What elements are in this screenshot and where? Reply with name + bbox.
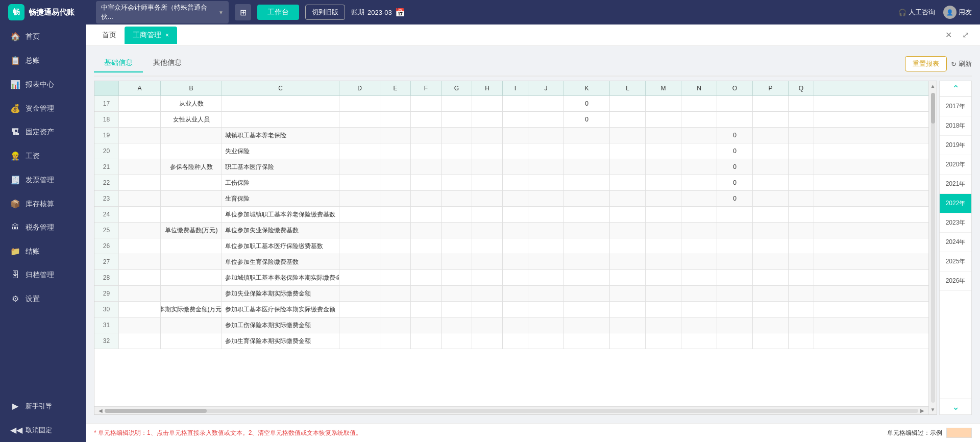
cell-30-n[interactable]: [681, 302, 717, 317]
cell-30-c[interactable]: 参加职工基本医疗保险本期实际缴费金额: [222, 302, 339, 317]
cell-17-c[interactable]: [222, 96, 339, 111]
cell-26-l[interactable]: [610, 238, 646, 254]
cell-19-f[interactable]: [411, 128, 442, 143]
tab-basic-info[interactable]: 基础信息: [94, 54, 143, 72]
cell-21-c[interactable]: 职工基本医疗保险: [222, 159, 339, 175]
cell-28-g[interactable]: [442, 270, 472, 285]
cell-30-e[interactable]: [380, 302, 411, 317]
cell-31-q[interactable]: [789, 317, 814, 333]
cell-23-n[interactable]: [681, 191, 717, 206]
year-down-arrow[interactable]: ⌄: [952, 401, 960, 412]
cell-17-i[interactable]: [503, 96, 528, 111]
cell-26-f[interactable]: [411, 238, 442, 254]
cell-31-l[interactable]: [610, 317, 646, 333]
cell-26-p[interactable]: [753, 238, 789, 254]
cell-19-e[interactable]: [380, 128, 411, 143]
cell-25-i[interactable]: [503, 223, 528, 238]
cell-25-n[interactable]: [681, 223, 717, 238]
cell-20-n[interactable]: [681, 143, 717, 159]
cell-32-i[interactable]: [503, 333, 528, 349]
cell-19-o[interactable]: 0: [717, 128, 753, 143]
cell-22-d[interactable]: [339, 175, 380, 190]
cell-17-p[interactable]: [753, 96, 789, 111]
cell-27-e[interactable]: [380, 254, 411, 269]
cell-19-h[interactable]: [472, 128, 503, 143]
cell-20-h[interactable]: [472, 143, 503, 159]
cell-18-i[interactable]: [503, 112, 528, 127]
cell-28-n[interactable]: [681, 270, 717, 285]
cell-17-l[interactable]: [610, 96, 646, 111]
cell-27-l[interactable]: [610, 254, 646, 269]
cell-24-n[interactable]: [681, 207, 717, 222]
cell-18-e[interactable]: [380, 112, 411, 127]
sidebar-item-inventory[interactable]: 📦 库存核算: [0, 192, 86, 216]
cell-24-m[interactable]: [646, 207, 681, 222]
year-item-2023[interactable]: 2023年: [940, 213, 971, 233]
cell-22-p[interactable]: [753, 175, 789, 190]
cell-25-e[interactable]: [380, 223, 411, 238]
cell-27-k[interactable]: [564, 254, 610, 269]
cell-20-l[interactable]: [610, 143, 646, 159]
year-item-2026[interactable]: 2026年: [940, 272, 971, 291]
scroll-left-arrow[interactable]: ◀: [96, 408, 105, 413]
cell-17-n[interactable]: [681, 96, 717, 111]
cell-22-j[interactable]: [528, 175, 564, 190]
cell-25-h[interactable]: [472, 223, 503, 238]
cell-27-h[interactable]: [472, 254, 503, 269]
year-item-2022[interactable]: 2022年: [940, 194, 971, 213]
cell-30-d[interactable]: [339, 302, 380, 317]
cell-24-p[interactable]: [753, 207, 789, 222]
cell-29-a[interactable]: [119, 286, 161, 301]
year-up-arrow[interactable]: ⌃: [952, 83, 960, 94]
cell-27-n[interactable]: [681, 254, 717, 269]
cell-28-e[interactable]: [380, 270, 411, 285]
cell-22-e[interactable]: [380, 175, 411, 190]
cell-20-m[interactable]: [646, 143, 681, 159]
sidebar-item-finance[interactable]: 💰 资金管理: [0, 96, 86, 120]
cell-20-a[interactable]: [119, 143, 161, 159]
cell-18-n[interactable]: [681, 112, 717, 127]
cell-19-p[interactable]: [753, 128, 789, 143]
cell-23-o[interactable]: 0: [717, 191, 753, 206]
cell-17-o[interactable]: [717, 96, 753, 111]
cell-25-o[interactable]: [717, 223, 753, 238]
cell-24-f[interactable]: [411, 207, 442, 222]
cell-27-i[interactable]: [503, 254, 528, 269]
cell-32-m[interactable]: [646, 333, 681, 349]
cell-17-a[interactable]: [119, 96, 161, 111]
cell-25-a[interactable]: [119, 223, 161, 238]
cell-22-q[interactable]: [789, 175, 814, 190]
cell-23-f[interactable]: [411, 191, 442, 206]
cell-17-j[interactable]: [528, 96, 564, 111]
cell-27-p[interactable]: [753, 254, 789, 269]
service-button[interactable]: 🎧 人工咨询: [898, 8, 935, 17]
close-all-button[interactable]: ✕: [942, 29, 955, 41]
cell-24-j[interactable]: [528, 207, 564, 222]
cell-21-h[interactable]: [472, 159, 503, 175]
cell-23-a[interactable]: [119, 191, 161, 206]
cell-24-h[interactable]: [472, 207, 503, 222]
cell-26-g[interactable]: [442, 238, 472, 254]
cell-31-m[interactable]: [646, 317, 681, 333]
cell-22-h[interactable]: [472, 175, 503, 190]
sidebar-item-unpin[interactable]: ◀◀ 取消固定: [0, 418, 86, 442]
cell-32-o[interactable]: [717, 333, 753, 349]
cell-21-k[interactable]: [564, 159, 610, 175]
cell-30-h[interactable]: [472, 302, 503, 317]
cell-30-f[interactable]: [411, 302, 442, 317]
cell-21-j[interactable]: [528, 159, 564, 175]
cell-23-e[interactable]: [380, 191, 411, 206]
cell-27-o[interactable]: [717, 254, 753, 269]
cell-18-b[interactable]: 女性从业人员: [161, 112, 222, 127]
vertical-scrollbar[interactable]: ▲ ▼: [928, 81, 937, 414]
old-version-button[interactable]: 切到旧版: [305, 5, 345, 20]
refresh-button[interactable]: ↻ 刷新: [951, 59, 972, 68]
cell-20-d[interactable]: [339, 143, 380, 159]
cell-31-p[interactable]: [753, 317, 789, 333]
cell-32-h[interactable]: [472, 333, 503, 349]
cell-28-q[interactable]: [789, 270, 814, 285]
cell-18-p[interactable]: [753, 112, 789, 127]
cell-17-e[interactable]: [380, 96, 411, 111]
cell-17-f[interactable]: [411, 96, 442, 111]
cell-29-o[interactable]: [717, 286, 753, 301]
